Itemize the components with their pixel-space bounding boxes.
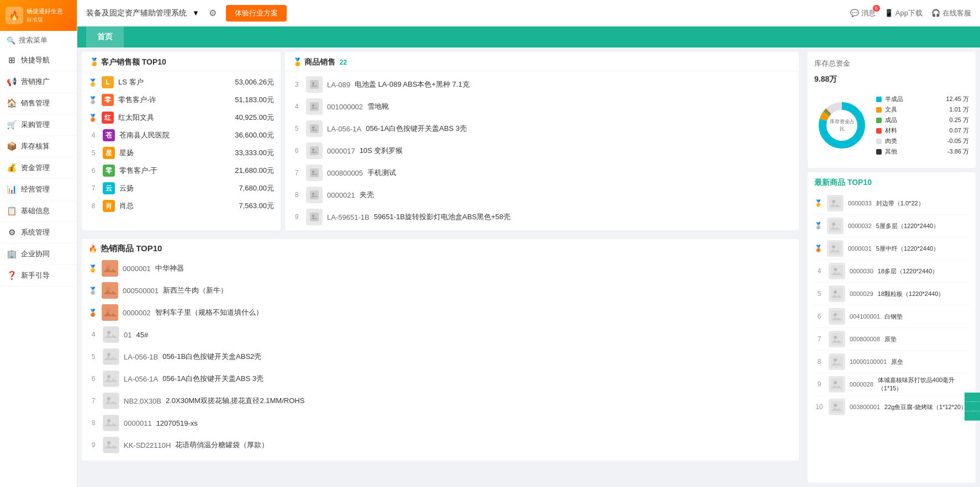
svg-rect-51 [831,356,843,368]
legend-item: 材料 0.07 万 [876,125,969,136]
silver-medal-icon: 🥈 [88,287,97,295]
topbar-dropdown[interactable]: ▼ [192,9,199,17]
svg-rect-30 [103,437,119,453]
product-image-placeholder [829,353,845,370]
cs-hotline-btn[interactable]: 客服热线 [965,393,980,402]
product-name: 雪地靴 [367,102,792,112]
svg-point-11 [312,193,314,195]
cs-live-btn[interactable]: 直播 [965,411,980,421]
product-medal-icon: 🏅 [293,57,302,66]
svg-rect-2 [310,102,319,111]
legend-name: 成品 [885,116,946,124]
product-image-placeholder [829,308,845,325]
main-panels: 🏅 客户销售额 TOP10 🥇 L LS 客户 53,006.26元 🥈 零 零… [77,47,803,487]
svg-rect-26 [103,393,119,409]
product-code: KK-SD22110H [124,441,171,449]
try-btn[interactable]: 体验行业方案 [226,5,287,22]
product-image-placeholder [827,218,844,234]
list-item: 4 01 45# [82,324,799,346]
product-image-placeholder [103,326,119,343]
sidebar-item-quick-nav[interactable]: ⊞ 快捷导航 [0,50,77,71]
search-menu[interactable]: 🔍 搜索菜单 [0,31,77,50]
search-icon: 🔍 [7,36,15,45]
customer-amount: 7,563.00元 [239,201,274,211]
sales-ranking-panel: 🏅 客户销售额 TOP10 🥇 L LS 客户 53,006.26元 🥈 零 零… [82,52,281,230]
svg-point-48 [834,313,837,316]
rank-number: 6 [88,167,98,174]
sales-ranking-list: 🥇 L LS 客户 53,006.26元 🥈 零 零售客户-许 51,183.0… [82,71,281,217]
list-item: 9 KK-SD22110H 花语萌俏温分糖罐袋（厚款） [82,434,799,456]
table-row: 3 LA-089 电池盖 LA-089 ABS本色+黑种 7.1克 [285,73,799,96]
list-item: 🥇 0000001 中华神器 [82,257,799,279]
svg-rect-55 [831,401,843,413]
online-service-btn[interactable]: 🎧 在线客服 [931,8,971,18]
table-row: 🥈 零 零售客户-许 51,183.00元 [82,91,281,109]
table-row: 9 LA-59651-1B 59651-1B旋转投影灯电池盒ABS黑色+58壳 [285,206,799,228]
msg-btn[interactable]: 💬 消息 6 [850,8,876,18]
legend-name: 材料 [885,126,946,135]
sidebar-item-sys-mgmt[interactable]: ⚙ 系统管理 [0,222,77,244]
product-image-placeholder [103,370,119,387]
logo-text: 畅捷通好生意 标准版 [27,7,63,23]
sidebar-label-sales-mgmt: 销售管理 [21,98,50,108]
product-code: LA-056-1A [124,375,158,383]
customer-badge: L [102,76,114,88]
sidebar-item-marketing[interactable]: 📢 营销推广 [0,71,77,93]
svg-rect-14 [102,260,118,277]
product-name: 18多层（1220*2440） [878,267,969,276]
product-image-placeholder [829,331,845,347]
product-image-placeholder [103,437,119,453]
product-code: 004100001 [850,313,880,320]
sidebar-label-base-info: 基础信息 [21,206,50,216]
sidebar-label-marketing: 营销推广 [21,77,50,87]
svg-point-15 [106,264,110,269]
legend-item: 其他 -3.86 万 [876,146,969,157]
stock-panel: 库存总资金 9.88万 [808,52,976,168]
legend-color [876,149,882,155]
svg-point-21 [107,331,110,334]
sidebar-icon-quick-nav: ⊞ [7,55,17,65]
list-item: 5 0000029 18颗粒板（1220*2440） [814,283,969,305]
product-name: 电池盖 LA-089 ABS本色+黑种 7.1克 [355,80,792,89]
rank-number: 4 [292,103,302,110]
product-image-placeholder [829,399,845,415]
svg-rect-37 [829,197,841,209]
rank-number: 6 [814,313,824,320]
sidebar-item-enterprise[interactable]: 🏢 企业协同 [0,244,77,265]
logo-icon: 🔥 [6,7,23,24]
svg-rect-6 [310,146,319,155]
topbar-right: 💬 消息 6 📱 App下载 🎧 在线客服 [850,8,971,18]
sidebar-item-stock-calc[interactable]: 📦 库存核算 [0,136,77,157]
list-item: 7 NB2.0X30B 2.0X30MM双搓花轴,搓花直径2.1MM/ROHS [82,390,799,412]
sidebar-label-sys-mgmt: 系统管理 [21,227,50,237]
sidebar-icon-base-info: 📋 [7,206,17,216]
product-code: 01 [124,331,131,339]
list-item: 8 0000011 12070519-xs [82,412,799,434]
legend-color [876,107,882,113]
app-download-btn[interactable]: 📱 App下载 [884,8,923,18]
svg-point-44 [834,268,837,271]
sidebar-item-ops-mgmt[interactable]: 📊 经营管理 [0,179,77,200]
sidebar-item-base-info[interactable]: 📋 基础信息 [0,200,77,222]
gear-icon[interactable]: ⚙ [205,6,220,21]
product-image-placeholder [103,348,119,365]
table-row: 6 零 零售客户-于 21,680.00元 [82,162,281,179]
sidebar-item-purchase-mgmt[interactable]: 🛒 采购管理 [0,114,77,136]
customer-name: 星扬 [119,148,230,158]
float-cs: 客服热线 服务社区 直播 [965,393,980,421]
product-code: 0000011 [124,419,152,427]
sidebar-item-sales-mgmt[interactable]: 🏠 销售管理 [0,93,77,114]
product-code: LA-59651-1B [327,213,370,221]
donut-chart: 库存资金占比 [814,98,870,153]
product-name: 原垒 [891,358,969,366]
table-row: 🥇 L LS 客户 53,006.26元 [82,73,281,91]
product-image-placeholder [829,376,845,393]
list-item: 7 000800008 原垫 [814,328,969,351]
sidebar-item-finance-mgmt[interactable]: 💰 资金管理 [0,157,77,179]
cs-community-btn[interactable]: 服务社区 [965,402,980,411]
sidebar-logo: 🔥 畅捷通好生意 标准版 [0,0,77,31]
svg-rect-53 [831,378,843,390]
sidebar-item-newbie[interactable]: ❓ 新手引导 [0,265,77,287]
tab-home[interactable]: 首页 [86,27,124,47]
customer-name: 零售客户-于 [119,166,230,176]
